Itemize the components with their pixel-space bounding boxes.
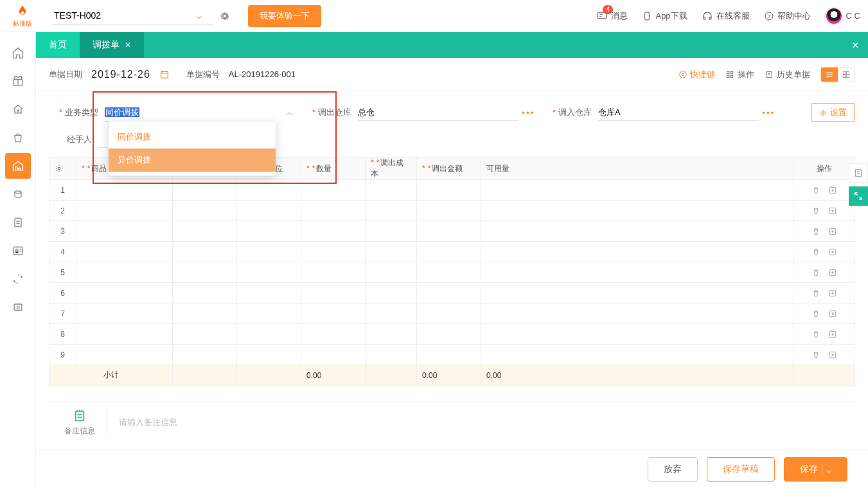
biz-type-dropdown: 同价调拨 异价调拨 bbox=[108, 121, 276, 176]
svg-point-25 bbox=[822, 111, 824, 113]
rail-money[interactable] bbox=[5, 181, 31, 207]
table-row[interactable]: 4 bbox=[49, 242, 855, 262]
add-icon[interactable] bbox=[828, 289, 837, 298]
app-download-button[interactable]: App下载 bbox=[642, 10, 687, 22]
tab-strip: 首页 调拨单✕ ✕ bbox=[36, 32, 868, 58]
rail-new[interactable]: 新 bbox=[5, 294, 31, 320]
delete-icon[interactable] bbox=[811, 206, 820, 215]
rail-contact[interactable] bbox=[5, 238, 31, 264]
tabs-close-button[interactable]: ✕ bbox=[842, 32, 868, 58]
in-warehouse-field[interactable]: 调入仓库 ••• bbox=[553, 103, 777, 122]
date-label: 单据日期 bbox=[49, 69, 82, 80]
svg-rect-18 bbox=[727, 75, 729, 78]
add-icon[interactable] bbox=[828, 330, 837, 339]
more-icon[interactable]: ••• bbox=[762, 108, 775, 118]
add-icon[interactable] bbox=[828, 248, 837, 257]
messages-button[interactable]: 4 消息 bbox=[596, 10, 628, 22]
subtotal-qty: 0.00 bbox=[301, 365, 366, 386]
settings-button[interactable]: 设置 bbox=[811, 103, 855, 122]
table-row[interactable]: 1 bbox=[49, 180, 855, 201]
ops-button[interactable]: 操作 bbox=[725, 69, 754, 80]
dropdown-option-same[interactable]: 同价调拨 bbox=[109, 125, 276, 149]
delete-icon[interactable] bbox=[811, 289, 820, 298]
view-list-button[interactable] bbox=[821, 68, 838, 82]
add-icon[interactable] bbox=[828, 227, 837, 236]
svg-rect-6 bbox=[15, 218, 21, 226]
svg-rect-23 bbox=[843, 75, 846, 77]
delete-icon[interactable] bbox=[811, 350, 820, 359]
delete-icon[interactable] bbox=[811, 309, 820, 318]
remark-label: 备注信息 bbox=[64, 426, 95, 437]
store-input[interactable] bbox=[54, 10, 189, 21]
in-wh-input[interactable] bbox=[598, 104, 759, 121]
help-button[interactable]: ? 帮助中心 bbox=[764, 10, 811, 22]
remark-input[interactable] bbox=[119, 417, 840, 427]
col-gear[interactable] bbox=[49, 158, 76, 180]
history-button[interactable]: 历史单据 bbox=[765, 69, 810, 80]
table-row[interactable]: 2 bbox=[49, 201, 855, 221]
rail-bag[interactable] bbox=[5, 125, 31, 150]
delete-icon[interactable] bbox=[811, 268, 820, 277]
svg-rect-20 bbox=[766, 71, 772, 77]
service-button[interactable]: 在线客服 bbox=[702, 10, 750, 22]
remark-bar: 备注信息 bbox=[49, 401, 855, 442]
discard-button[interactable]: 放弃 bbox=[648, 457, 698, 482]
store-selector[interactable]: ⌵ bbox=[53, 6, 213, 25]
rail-sync[interactable] bbox=[5, 266, 31, 292]
gear-icon[interactable] bbox=[220, 11, 230, 21]
add-icon[interactable] bbox=[828, 309, 837, 318]
rail-warehouse[interactable] bbox=[5, 153, 31, 179]
tab-home[interactable]: 首页 bbox=[36, 32, 80, 58]
svg-rect-37 bbox=[855, 170, 861, 177]
more-icon[interactable]: ••• bbox=[522, 108, 535, 118]
user-menu[interactable]: C C bbox=[825, 7, 860, 25]
svg-point-15 bbox=[680, 71, 687, 78]
trial-button[interactable]: 我要体验一下 bbox=[248, 5, 321, 27]
side-expand-button[interactable] bbox=[849, 186, 868, 206]
view-grid-button[interactable] bbox=[838, 68, 855, 82]
side-note-button[interactable] bbox=[849, 163, 868, 183]
col-op: 操作 bbox=[793, 158, 855, 180]
dropdown-option-diff[interactable]: 异价调拨 bbox=[109, 149, 276, 172]
table-row[interactable]: 5 bbox=[49, 262, 855, 283]
table-row[interactable]: 7 bbox=[49, 303, 855, 324]
col-cost: *调出成本 bbox=[366, 158, 417, 180]
chevron-up-icon[interactable]: ︿ bbox=[286, 107, 294, 118]
calendar-icon[interactable] bbox=[159, 69, 170, 80]
out-warehouse-field[interactable]: 调出仓库 ••• bbox=[312, 103, 537, 122]
add-icon[interactable] bbox=[828, 268, 837, 277]
delete-icon[interactable] bbox=[811, 186, 820, 195]
shortcut-button[interactable]: 快捷键 bbox=[678, 69, 715, 80]
rail-home[interactable] bbox=[5, 40, 31, 66]
close-icon[interactable]: ✕ bbox=[125, 41, 131, 50]
rail-gift[interactable] bbox=[5, 68, 31, 94]
out-wh-input[interactable] bbox=[358, 104, 518, 121]
table-row[interactable]: 8 bbox=[49, 324, 855, 345]
delete-icon[interactable] bbox=[811, 248, 820, 257]
svg-point-26 bbox=[58, 167, 60, 170]
rail-house-up[interactable] bbox=[5, 96, 31, 122]
delete-icon[interactable] bbox=[811, 227, 820, 236]
table-row[interactable]: 9 bbox=[49, 345, 855, 365]
table-row[interactable]: 3 bbox=[49, 221, 855, 242]
chevron-down-icon: ⌵ bbox=[197, 11, 202, 21]
svg-point-14 bbox=[682, 73, 684, 76]
svg-point-10 bbox=[13, 280, 15, 282]
svg-rect-24 bbox=[847, 75, 849, 77]
in-wh-label: 调入仓库 bbox=[553, 107, 592, 118]
rail-clipboard[interactable] bbox=[5, 210, 31, 235]
docno-label: 单据编号 bbox=[186, 69, 220, 80]
biz-type-field[interactable]: 业务类型 同价调拨 ︿ 同价调拨 异价调拨 bbox=[59, 103, 297, 122]
items-grid: *商品扫码录入 规格型号 *库存单位 *数量 *调出成本 *调出金额 可用量 操… bbox=[49, 157, 855, 386]
add-icon[interactable] bbox=[828, 186, 837, 195]
delete-icon[interactable] bbox=[811, 330, 820, 339]
add-icon[interactable] bbox=[828, 350, 837, 359]
save-draft-button[interactable]: 保存草稿 bbox=[707, 457, 775, 482]
add-icon[interactable] bbox=[828, 206, 837, 215]
date-value[interactable]: 2019-12-26 bbox=[91, 69, 150, 80]
svg-rect-13 bbox=[161, 71, 168, 78]
save-button[interactable]: 保存⌵ bbox=[784, 457, 847, 482]
table-row[interactable]: 6 bbox=[49, 283, 855, 303]
tab-transfer[interactable]: 调拨单✕ bbox=[80, 32, 144, 58]
side-float bbox=[849, 163, 868, 206]
